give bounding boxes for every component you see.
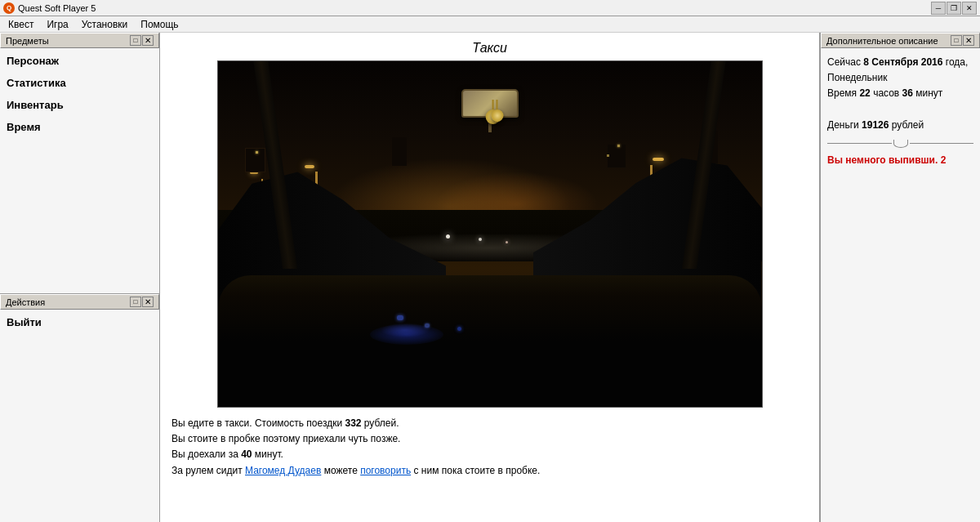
right-header-controls: □ ✕ xyxy=(951,35,974,46)
status-value: 2 xyxy=(941,154,947,166)
scene-text-cost: 332 xyxy=(345,417,361,429)
items-panel-title: Предметы xyxy=(6,36,49,46)
window-controls: ─ ❐ ✕ xyxy=(931,2,977,15)
scene-title: Такси xyxy=(160,33,819,60)
menu-help[interactable]: Помощь xyxy=(134,17,185,32)
time-label: Время xyxy=(827,87,859,99)
nav-item-character[interactable]: Персонаж xyxy=(7,53,153,69)
money-suffix: рублей xyxy=(889,119,924,131)
minimize-button[interactable]: ─ xyxy=(931,2,946,15)
scene-text-line3: Вы доехали за 40 минут. xyxy=(172,447,808,462)
date-day: 8 xyxy=(863,56,869,68)
status-text: Вы немного выпивши. xyxy=(827,154,938,166)
close-button[interactable]: ✕ xyxy=(962,2,977,15)
date-label: Сейчас xyxy=(827,56,863,68)
scene-description: Вы едите в такси. Стоимость поездки 332 … xyxy=(160,408,819,487)
scene-text-static-3b: минут. xyxy=(252,448,283,460)
date-year: 2016 xyxy=(921,56,943,68)
right-panel-header: Дополнительное описание □ ✕ xyxy=(821,33,980,48)
actions-panel-header: Действия □ ✕ xyxy=(0,294,159,310)
date-month: Сентября xyxy=(871,56,918,68)
right-panel-restore-btn[interactable]: □ xyxy=(951,35,962,46)
status-line: Вы немного выпивши. 2 xyxy=(827,153,973,168)
scene-text-line1: Вы едите в такси. Стоимость поездки 332 … xyxy=(172,416,808,431)
scene-text-static-1b: рублей. xyxy=(362,417,399,429)
action-exit[interactable]: Выйти xyxy=(7,315,153,330)
scene-image xyxy=(217,60,763,408)
time-line: Время 22 часов 36 минут xyxy=(827,86,973,101)
items-header-controls: □ ✕ xyxy=(130,35,154,46)
app-icon: Q xyxy=(3,2,15,14)
time-minutes: 36 xyxy=(902,87,913,99)
taxi-scene-visual xyxy=(218,61,762,407)
date-line: Сейчас 8 Сентября 2016 года, xyxy=(827,55,973,70)
scene-text-line2: Вы стоите в пробке поэтому приехали чуть… xyxy=(172,431,808,447)
scene-text-minutes: 40 xyxy=(241,448,252,460)
scene-text-static-3: Вы доехали за xyxy=(172,448,241,460)
scene-text-static-4pre: За рулем сидит xyxy=(172,465,245,476)
menu-game[interactable]: Игра xyxy=(40,17,74,32)
menu-bar: Квест Игра Установки Помощь xyxy=(0,16,980,33)
menu-quest[interactable]: Квест xyxy=(2,17,40,32)
money-label: Деньги xyxy=(827,119,862,131)
items-panel-header: Предметы □ ✕ xyxy=(0,33,159,48)
restore-button[interactable]: ❐ xyxy=(947,2,961,15)
items-panel-close-btn[interactable]: ✕ xyxy=(142,35,154,46)
actions-panel: Действия □ ✕ Выйти xyxy=(0,294,159,522)
items-panel-content: Персонаж Статистика Инвентарь Время xyxy=(0,48,159,140)
items-panel: Предметы □ ✕ Персонаж Статистика Инвента… xyxy=(0,33,159,294)
divider-ornament xyxy=(827,140,973,148)
money-amount: 19126 xyxy=(862,119,889,131)
date-suffix: года, xyxy=(942,56,968,68)
actions-panel-close-btn[interactable]: ✕ xyxy=(142,297,154,307)
nav-item-time[interactable]: Время xyxy=(7,119,153,135)
talk-link[interactable]: поговорить xyxy=(360,465,411,476)
actions-panel-restore-btn[interactable]: □ xyxy=(130,297,141,307)
scene-text-line4: За рулем сидит Магомед Дудаев можете пог… xyxy=(172,463,808,479)
nav-item-inventory[interactable]: Инвентарь xyxy=(7,97,153,113)
menu-settings[interactable]: Установки xyxy=(75,17,134,32)
title-bar: Q Quest Soft Player 5 ─ ❐ ✕ xyxy=(0,0,980,16)
actions-panel-title: Действия xyxy=(6,297,45,307)
time-mid: часов xyxy=(871,87,902,99)
main-layout: Предметы □ ✕ Персонаж Статистика Инвента… xyxy=(0,33,980,522)
divider-center xyxy=(893,140,908,148)
right-panel: Дополнительное описание □ ✕ Сейчас 8 Сен… xyxy=(820,33,980,522)
items-panel-restore-btn[interactable]: □ xyxy=(130,35,141,46)
right-panel-content: Сейчас 8 Сентября 2016 года, Понедельник… xyxy=(821,48,980,175)
scene-text-static-1: Вы едите в такси. Стоимость поездки xyxy=(172,417,345,429)
weekday-line: Понедельник xyxy=(827,70,973,86)
scene-text-static-4post: с ним пока стоите в пробке. xyxy=(411,465,540,476)
time-suffix: минут xyxy=(913,87,942,99)
nav-item-stats[interactable]: Статистика xyxy=(7,75,153,91)
right-panel-close-btn[interactable]: ✕ xyxy=(963,35,974,46)
actions-header-controls: □ ✕ xyxy=(130,297,154,307)
window-title: Quest Soft Player 5 xyxy=(18,3,931,13)
driver-name-link[interactable]: Магомед Дудаев xyxy=(245,465,321,476)
center-panel: Такси xyxy=(160,33,820,522)
right-panel-title: Дополнительное описание xyxy=(826,36,938,46)
left-panel: Предметы □ ✕ Персонаж Статистика Инвента… xyxy=(0,33,160,522)
time-hours: 22 xyxy=(859,87,870,99)
money-line: Деньги 19126 рублей xyxy=(827,118,973,133)
scene-text-static-4mid: можете xyxy=(321,465,360,476)
actions-content: Выйти xyxy=(0,310,159,335)
